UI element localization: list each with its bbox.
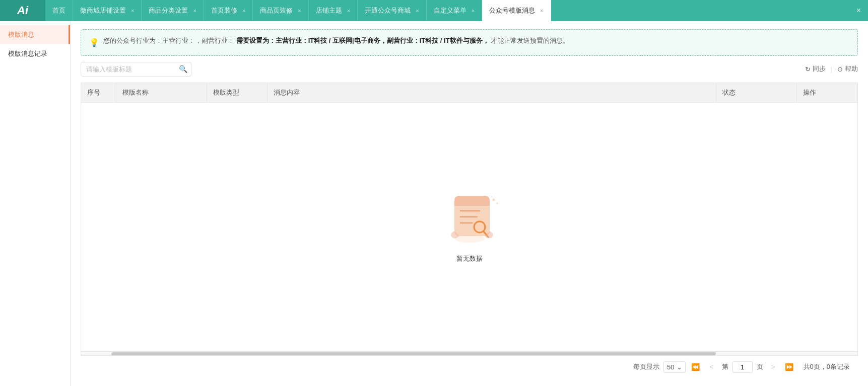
nav-tab-自定义菜单[interactable]: 自定义菜单× [427,0,482,21]
nav-tab-label: 首页装修 [211,6,237,15]
nav-tab-店铺主题[interactable]: 店铺主题× [309,0,358,21]
nav-tab-首页装修[interactable]: 首页装修× [204,0,253,21]
nav-tab-label: 商品分类设置 [149,6,188,15]
notice-box: 💡 您的公众号行业为：主营行业：，副营行业： 需要设置为：主营行业：IT科技 /… [81,29,858,56]
sidebar-item-模版消息记录[interactable]: 模版消息记录 [0,44,70,63]
sync-label: 同步 [813,64,826,73]
svg-point-8 [496,202,498,204]
notice-text: 您的公众号行业为：主营行业：，副营行业： 需要设置为：主营行业：IT科技 / 互… [103,36,569,46]
help-label: 帮助 [845,64,858,73]
nav-tab-close-icon[interactable]: × [242,8,245,14]
search-input[interactable] [81,62,191,76]
svg-point-9 [491,196,492,197]
nav-tab-微商城店铺设置[interactable]: 微商城店铺设置× [73,0,142,21]
help-button[interactable]: ⊙ 帮助 [837,64,858,73]
table-wrapper: 序号模版名称模版类型消息内容状态操作 [81,83,858,378]
empty-text: 暂无数据 [456,254,483,263]
nav-tab-label: 公众号模版消息 [489,6,535,15]
nav-tab-label: 首页 [52,6,65,15]
table-column-消息内容: 消息内容 [268,83,716,102]
nav-tab-label: 商品页装修 [260,6,293,15]
table-column-状态: 状态 [716,83,797,102]
app-logo: Ai [0,0,45,21]
main-layout: 模版消息模版消息记录 💡 您的公众号行业为：主营行业：，副营行业： 需要设置为：… [0,21,868,386]
pagination-row: 每页显示 50 ⌄ ⏪ < 第 页 > ⏩ 共0页，0条记录 [81,356,858,378]
svg-point-7 [492,198,495,201]
search-bar: 🔍 ↻ 同步 | ⊙ 帮助 [81,62,858,76]
table-body: 暂无数据 [81,102,858,352]
notice-highlight: 需要设置为：主营行业：IT科技 / 互联网|电子商务，副营行业：IT科技 / I… [236,37,489,44]
search-left: 🔍 [81,62,191,76]
nav-tab-close-icon[interactable]: × [298,8,301,14]
content-area: 💡 您的公众号行业为：主营行业：，副营行业： 需要设置为：主营行业：IT科技 /… [71,21,868,386]
scrollbar-thumb[interactable] [111,352,716,355]
sidebar-item-模版消息[interactable]: 模版消息 [0,25,70,44]
nav-tab-label: 店铺主题 [316,6,342,15]
nav-tab-商品页装修[interactable]: 商品页装修× [253,0,308,21]
page-size-select[interactable]: 50 ⌄ [663,361,685,373]
nav-tab-label: 微商城店铺设置 [80,6,126,15]
sidebar: 模版消息模版消息记录 [0,21,71,386]
close-all-button[interactable]: × [849,6,868,15]
last-page-button[interactable]: ⏩ [783,361,795,373]
table-column-操作: 操作 [797,83,857,102]
divider: | [831,65,832,73]
nav-tab-close-icon[interactable]: × [416,8,419,14]
nav-tab-商品分类设置[interactable]: 商品分类设置× [142,0,204,21]
page-size-value: 50 [667,363,674,371]
nav-tab-label: 自定义菜单 [434,6,466,15]
nav-tab-label: 开通公众号商城 [365,6,411,15]
horizontal-scrollbar[interactable] [81,352,858,356]
sync-button[interactable]: ↻ 同步 [805,64,826,73]
chevron-down-icon: ⌄ [677,363,682,371]
nav-tabs: 首页微商城店铺设置×商品分类设置×首页装修×商品页装修×店铺主题×开通公众号商城… [45,0,849,21]
nav-tab-close-icon[interactable]: × [131,8,134,14]
bulb-icon: 💡 [89,36,99,49]
top-nav: Ai 首页微商城店铺设置×商品分类设置×首页装修×商品页装修×店铺主题×开通公众… [0,0,868,21]
search-right: ↻ 同步 | ⊙ 帮助 [805,64,858,73]
table-column-模版名称: 模版名称 [116,83,207,102]
nav-tab-公众号模版消息[interactable]: 公众号模版消息× [482,0,551,21]
page-label-before: 第 [722,362,728,371]
search-icon[interactable]: 🔍 [179,65,187,73]
next-page-button[interactable]: > [767,361,779,373]
page-label-after: 页 [757,362,763,371]
table-header: 序号模版名称模版类型消息内容状态操作 [81,83,858,102]
search-input-wrapper: 🔍 [81,62,191,76]
total-info: 共0页，0条记录 [804,362,850,371]
table-column-序号: 序号 [81,83,116,102]
empty-illustration [439,191,500,246]
sync-icon: ↻ [805,65,811,73]
first-page-button[interactable]: ⏪ [690,361,702,373]
empty-state: 暂无数据 [439,191,500,263]
nav-tab-close-icon[interactable]: × [347,8,350,14]
table-column-模版类型: 模版类型 [207,83,268,102]
page-number-input[interactable] [732,361,753,373]
help-icon: ⊙ [837,65,843,73]
nav-tab-开通公众号商城[interactable]: 开通公众号商城× [358,0,426,21]
nav-tab-close-icon[interactable]: × [472,8,475,14]
nav-tab-close-icon[interactable]: × [193,8,196,14]
nav-tab-首页[interactable]: 首页 [45,0,73,21]
nav-tab-close-icon[interactable]: × [540,8,543,14]
page-size-label: 每页显示 [633,362,659,371]
prev-page-button[interactable]: < [706,361,718,373]
